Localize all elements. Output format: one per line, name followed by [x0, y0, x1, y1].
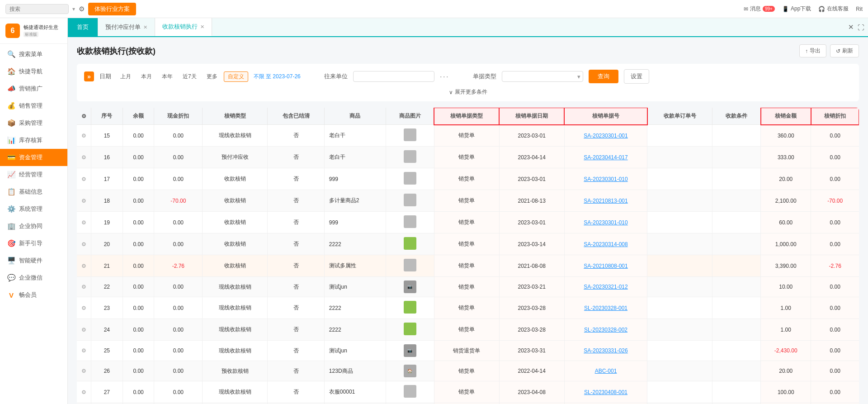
- cell-voucher-no[interactable]: SA-20210813-001: [564, 190, 647, 212]
- trial-btn[interactable]: 体验行业方案: [88, 3, 136, 15]
- cell-writeoff-amount: 60.00: [761, 212, 811, 233]
- th-settings[interactable]: ⚙: [77, 108, 91, 125]
- sidebar-item-search[interactable]: 🔍 搜索菜单: [0, 46, 67, 63]
- sidebar-item-wechat[interactable]: 💬 企业微信: [0, 269, 67, 286]
- cell-writeoff-type: 现线收款核销: [203, 277, 268, 297]
- cell-voucher-no[interactable]: SL-20230328-002: [564, 319, 647, 341]
- cell-voucher-type: 销货单: [434, 361, 499, 381]
- voucher-type-select[interactable]: 销货单 销货退货单: [502, 71, 583, 82]
- cell-voucher-type: 销货退货单: [434, 341, 499, 361]
- cell-voucher-no[interactable]: SA-20230301-010: [564, 212, 647, 233]
- cell-settings[interactable]: ⚙: [77, 233, 91, 255]
- th-cash-discount: 现金折扣: [154, 108, 203, 125]
- sidebar-item-marketing[interactable]: 📣 营销推广: [0, 80, 67, 97]
- cell-voucher-no[interactable]: ABC-001: [564, 361, 647, 381]
- sidebar-item-finance[interactable]: 💳 资金管理: [0, 149, 67, 166]
- member-icon: V: [7, 291, 15, 299]
- tab-close-btn[interactable]: ✕: [848, 23, 854, 31]
- app-download-btn[interactable]: 📱 App下载: [782, 5, 811, 13]
- cell-settings[interactable]: ⚙: [77, 381, 91, 403]
- partner-input[interactable]: [353, 71, 434, 82]
- sidebar-item-basic[interactable]: 📋 基础信息: [0, 183, 67, 200]
- sidebar-item-label: 智能硬件: [19, 257, 42, 265]
- cell-settings[interactable]: ⚙: [77, 297, 91, 319]
- cell-writeoff-amount: -2,430.00: [761, 341, 811, 361]
- cell-settings[interactable]: ⚙: [77, 361, 91, 381]
- date-last-month[interactable]: 上月: [117, 72, 135, 81]
- date-range-text: 不限 至 2023-07-26: [254, 73, 301, 81]
- sidebar-item-hardware[interactable]: 🖥️ 智能硬件: [0, 252, 67, 269]
- clipboard-icon: 📋: [7, 188, 15, 196]
- sidebar-item-inventory[interactable]: 📊 库存核算: [0, 132, 67, 149]
- th-writeoff-type: 核销类型: [203, 108, 268, 125]
- date-this-month[interactable]: 本月: [137, 72, 156, 81]
- tab-writeoff[interactable]: 收款核销执行 ✕: [155, 18, 212, 36]
- sidebar-item-system[interactable]: ⚙️ 系统管理: [0, 200, 67, 218]
- sidebar-item-operation[interactable]: 📈 经营管理: [0, 166, 67, 183]
- cell-voucher-no[interactable]: SL-20230408-001: [564, 381, 647, 403]
- sidebar-logo: 6 畅捷通谱好生意 标准版: [0, 18, 67, 44]
- cell-settings[interactable]: ⚙: [77, 125, 91, 147]
- th-goods: 商品: [324, 108, 386, 125]
- cell-voucher-no[interactable]: SA-20230301-010: [564, 168, 647, 190]
- date-more[interactable]: 更多: [203, 72, 221, 81]
- cell-voucher-no[interactable]: SA-20210808-001: [564, 255, 647, 277]
- cell-voucher-no[interactable]: SA-20230301-001: [564, 125, 647, 147]
- cell-voucher-no[interactable]: SA-20230321-012: [564, 277, 647, 297]
- partner-label: 往来单位: [324, 72, 348, 81]
- cell-writeoff-amount: 2,100.00: [761, 190, 811, 212]
- online-service-btn[interactable]: 🎧 在线客服: [818, 5, 849, 13]
- query-btn[interactable]: 查询: [589, 70, 618, 83]
- tab-prepay[interactable]: 预付冲应付单 ✕: [98, 18, 155, 36]
- cell-settings[interactable]: ⚙: [77, 212, 91, 233]
- cell-settings[interactable]: ⚙: [77, 168, 91, 190]
- cell-voucher-no[interactable]: SA-20230331-026: [564, 341, 647, 361]
- table-row: ⚙ 17 0.00 0.00 收款核销 否 999 销货单 2023-03-01…: [77, 168, 859, 190]
- filter-toggle-btn[interactable]: »: [84, 71, 94, 81]
- date-this-year[interactable]: 本年: [158, 72, 176, 81]
- sidebar-item-sales[interactable]: 💰 销售管理: [0, 97, 67, 114]
- cell-cash-discount: 0.00: [154, 168, 203, 190]
- export-btn[interactable]: ↑ 导出: [799, 44, 826, 57]
- cell-settings[interactable]: ⚙: [77, 341, 91, 361]
- table-row: ⚙ 21 0.00 -2.76 收款核销 否 测试多属性 销货单 2021-08…: [77, 255, 859, 277]
- refresh-btn[interactable]: ↺ 刷新: [830, 44, 859, 57]
- cell-voucher-date: 2023-03-31: [499, 341, 564, 361]
- cell-cash-discount: -2.76: [154, 255, 203, 277]
- th-goods-img: 商品图片: [386, 108, 434, 125]
- tab-expand-btn[interactable]: ⛶: [858, 24, 864, 31]
- cell-settings[interactable]: ⚙: [77, 147, 91, 168]
- partner-dots[interactable]: ···: [440, 72, 449, 81]
- cell-voucher-no[interactable]: SA-20230314-008: [564, 233, 647, 255]
- settings-btn[interactable]: 设置: [624, 69, 649, 84]
- chevron-down-icon[interactable]: ▾: [72, 6, 75, 12]
- date-7days[interactable]: 近7天: [179, 72, 200, 81]
- cell-balance: 0.00: [123, 233, 154, 255]
- sidebar-item-nav[interactable]: 🏠 快捷导航: [0, 63, 67, 80]
- table-wrapper[interactable]: ⚙ 序号 余额 现金折扣 核销类型 包含已结清 商品 商品图片 核销单据类型 核…: [77, 108, 859, 404]
- cell-settings[interactable]: ⚙: [77, 319, 91, 341]
- cell-voucher-type: 销货单: [434, 147, 499, 168]
- sidebar-item-guide[interactable]: 🎯 新手引导: [0, 235, 67, 252]
- expand-more-btn[interactable]: ∨ 展开更多条件: [449, 88, 487, 96]
- tab-writeoff-close[interactable]: ✕: [200, 24, 204, 30]
- cell-settings[interactable]: ⚙: [77, 277, 91, 297]
- tab-prepay-close[interactable]: ✕: [143, 24, 147, 30]
- messages-btn[interactable]: ✉ 消息 99+: [744, 5, 775, 13]
- cell-voucher-no[interactable]: SL-20230328-001: [564, 297, 647, 319]
- tab-home[interactable]: 首页: [68, 18, 98, 36]
- sidebar-item-purchase[interactable]: 📦 采购管理: [0, 114, 67, 132]
- gear-icon[interactable]: ⚙: [79, 5, 85, 13]
- user-avatar[interactable]: Rit: [856, 6, 863, 12]
- cell-voucher-no[interactable]: SA-20230414-017: [564, 147, 647, 168]
- sidebar-item-member[interactable]: V 畅会员: [0, 286, 67, 304]
- cell-receipt-order-no: [647, 381, 712, 403]
- cell-settings[interactable]: ⚙: [77, 190, 91, 212]
- search-input[interactable]: [5, 4, 69, 14]
- date-custom[interactable]: 自定义: [224, 71, 248, 82]
- cell-settings[interactable]: ⚙: [77, 255, 91, 277]
- cell-balance: 0.00: [123, 212, 154, 233]
- cell-voucher-type: 销货单: [434, 297, 499, 319]
- sidebar-item-company[interactable]: 🏢 企业协同: [0, 218, 67, 235]
- cell-balance: 0.00: [123, 168, 154, 190]
